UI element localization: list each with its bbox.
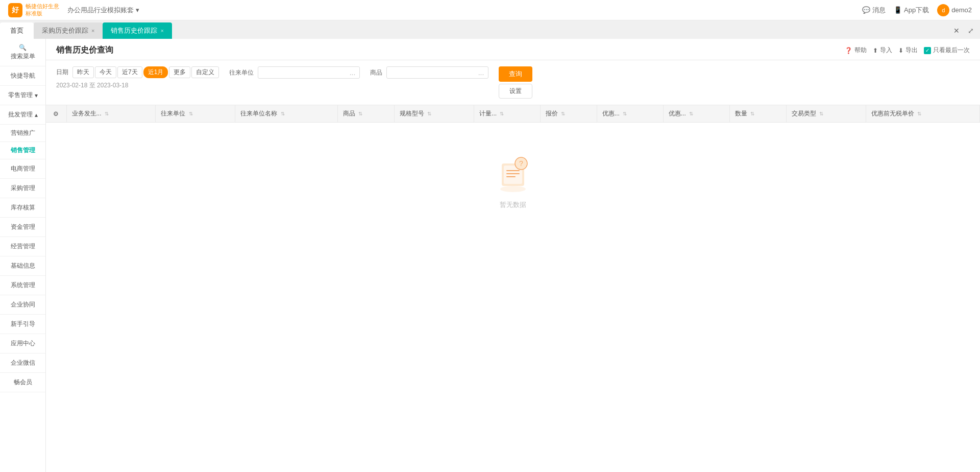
col-discount1[interactable]: 优惠... ⇅ [597, 105, 663, 123]
sidebar-item-vip[interactable]: 畅会员 [0, 373, 45, 392]
tab-bar-actions: ✕ ⤢ [951, 22, 980, 39]
help-icon: ❓ [845, 47, 852, 54]
sidebar-item-purchase[interactable]: 采购管理 [0, 179, 45, 198]
sort-icon-discount1: ⇅ [623, 111, 627, 116]
tab-purchase-history-close[interactable]: × [91, 28, 94, 34]
date-filter-group: 日期 昨天 今天 近7天 近1月 更多 自定义 [56, 66, 219, 78]
gear-icon: ⚙ [53, 110, 59, 117]
sidebar-item-ecommerce[interactable]: 电商管理 [0, 159, 45, 179]
sidebar-item-retail-mgmt[interactable]: 零售管理 ▾ [0, 86, 45, 105]
sort-icon-discount2: ⇅ [689, 111, 693, 116]
top-bar-right: 💬 消息 📱 App下载 d demo2 [862, 4, 972, 16]
sort-icon-unit: ⇅ [500, 111, 504, 116]
date-btn-yesterday[interactable]: 昨天 [72, 66, 94, 78]
import-icon: ⬆ [873, 47, 878, 54]
help-button[interactable]: ❓ 帮助 [845, 46, 867, 55]
sort-icon-spec: ⇅ [427, 111, 431, 116]
date-btn-today[interactable]: 今天 [95, 66, 116, 78]
export-icon: ⬇ [898, 47, 903, 54]
chevron-down-icon: ▾ [35, 92, 38, 99]
sort-icon-partner-name: ⇅ [281, 111, 285, 116]
import-button[interactable]: ⬆ 导入 [873, 46, 892, 55]
filter-row: 日期 昨天 今天 近7天 近1月 更多 自定义 2023-02-18 至 202… [56, 66, 532, 99]
only-last-checkbox[interactable]: ✓ 只看最后一次 [924, 46, 970, 55]
sidebar-item-quick-nav[interactable]: 快捷导航 [0, 66, 45, 86]
logo-text: 畅捷信好生意 标准版 [26, 3, 59, 16]
empty-icon: ? [493, 153, 533, 194]
action-buttons: 查询 设置 [499, 66, 532, 99]
col-quote[interactable]: 报价 ⇅ [540, 105, 597, 123]
tab-bar: 首页 采购历史价跟踪 × 销售历史价跟踪 × ✕ ⤢ [0, 20, 980, 39]
empty-state: ? 暂无数据 [46, 123, 980, 240]
chevron-down-icon: ▾ [136, 6, 139, 14]
col-discount2[interactable]: 优惠... ⇅ [663, 105, 729, 123]
goods-dots[interactable]: ... [478, 68, 484, 77]
filter-bar: 日期 昨天 今天 近7天 近1月 更多 自定义 2023-02-18 至 202… [46, 60, 980, 105]
partner-dots[interactable]: ... [350, 68, 356, 77]
svg-point-0 [500, 186, 526, 192]
sidebar-item-enterprise[interactable]: 企业协同 [0, 295, 45, 315]
sidebar-item-app-center[interactable]: 应用中心 [0, 334, 45, 353]
sidebar-item-sales-mgmt[interactable]: 销售管理 [0, 142, 45, 159]
page-header: 销售历史价查询 ❓ 帮助 ⬆ 导入 ⬇ 导出 ✓ [46, 39, 980, 60]
date-btn-custom[interactable]: 自定义 [191, 66, 219, 78]
partner-input[interactable] [262, 69, 349, 76]
tab-home[interactable]: 首页 [0, 22, 34, 39]
close-tab-button[interactable]: ✕ [951, 25, 962, 37]
sidebar-item-marketing[interactable]: 营销推广 [0, 125, 45, 142]
sidebar-item-system[interactable]: 系统管理 [0, 276, 45, 295]
app-download-button[interactable]: 📱 App下载 [894, 6, 929, 15]
empty-text: 暂无数据 [500, 200, 526, 209]
sidebar-item-capital[interactable]: 资金管理 [0, 218, 45, 237]
sidebar-item-wholesale-mgmt[interactable]: 批发管理 ▴ [0, 105, 45, 125]
sidebar-item-inventory[interactable]: 库存核算 [0, 198, 45, 218]
download-icon: 📱 [894, 6, 902, 14]
col-biz-date[interactable]: 业务发生... ⇅ [66, 105, 156, 123]
logo-icon: 好 [8, 3, 22, 17]
col-pretax-price[interactable]: 优惠前无税单价 ⇅ [866, 105, 979, 123]
sort-icon-trade-type: ⇅ [819, 111, 823, 116]
user-menu[interactable]: d demo2 [937, 4, 972, 16]
tab-purchase-history[interactable]: 采购历史价跟踪 × [34, 22, 103, 39]
query-button[interactable]: 查询 [499, 66, 532, 82]
message-button[interactable]: 💬 消息 [862, 6, 886, 15]
partner-filter-group: 往来单位 ... [229, 66, 360, 79]
sidebar-item-operations[interactable]: 经营管理 [0, 237, 45, 256]
settings-button[interactable]: 设置 [499, 84, 532, 99]
search-icon: 🔍 [19, 44, 27, 51]
partner-input-wrapper: ... [258, 66, 360, 79]
maximize-button[interactable]: ⤢ [966, 25, 976, 37]
date-btn-7days[interactable]: 近7天 [117, 66, 142, 78]
col-spec[interactable]: 规格型号 ⇅ [395, 105, 474, 123]
col-qty[interactable]: 数量 ⇅ [729, 105, 786, 123]
sort-icon-pretax-price: ⇅ [917, 111, 921, 116]
date-btn-more[interactable]: 更多 [169, 66, 190, 78]
chevron-up-icon: ▴ [35, 111, 38, 119]
app-selector[interactable]: 办公用品行业模拟账套 ▾ [63, 6, 143, 15]
content-area: 销售历史价查询 ❓ 帮助 ⬆ 导入 ⬇ 导出 ✓ [46, 39, 980, 472]
goods-filter-group: 商品 ... [370, 66, 488, 79]
col-trade-type[interactable]: 交易类型 ⇅ [786, 105, 866, 123]
col-partner-name[interactable]: 往来单位名称 ⇅ [235, 105, 338, 123]
partner-label: 往来单位 [229, 68, 254, 77]
tab-sales-history[interactable]: 销售历史价跟踪 × [103, 22, 172, 39]
data-table: ⚙ 业务发生... ⇅ 往来单位 ⇅ 往来单位名称 [46, 105, 980, 123]
col-partner-code[interactable]: 往来单位 ⇅ [156, 105, 235, 123]
svg-text:?: ? [519, 159, 523, 168]
sidebar-item-enterprise-wechat[interactable]: 企业微信 [0, 353, 45, 373]
export-button[interactable]: ⬇ 导出 [898, 46, 918, 55]
sidebar-item-search-menu[interactable]: 🔍 搜索菜单 [0, 39, 45, 66]
sidebar-item-newbie[interactable]: 新手引导 [0, 315, 45, 334]
col-gear[interactable]: ⚙ [46, 105, 66, 123]
col-goods[interactable]: 商品 ⇅ [338, 105, 395, 123]
date-filter: 日期 昨天 今天 近7天 近1月 更多 自定义 2023-02-18 至 202… [56, 66, 219, 90]
tab-sales-history-close[interactable]: × [160, 28, 163, 34]
sort-icon-partner-code: ⇅ [189, 111, 193, 116]
date-label: 日期 [56, 68, 68, 77]
sort-icon-qty: ⇅ [750, 111, 754, 116]
goods-input[interactable] [391, 69, 478, 76]
table-wrapper: ⚙ 业务发生... ⇅ 往来单位 ⇅ 往来单位名称 [46, 105, 980, 472]
sidebar-item-basic-info[interactable]: 基础信息 [0, 256, 45, 276]
date-btn-1month[interactable]: 近1月 [143, 66, 168, 78]
col-unit[interactable]: 计量... ⇅ [474, 105, 541, 123]
